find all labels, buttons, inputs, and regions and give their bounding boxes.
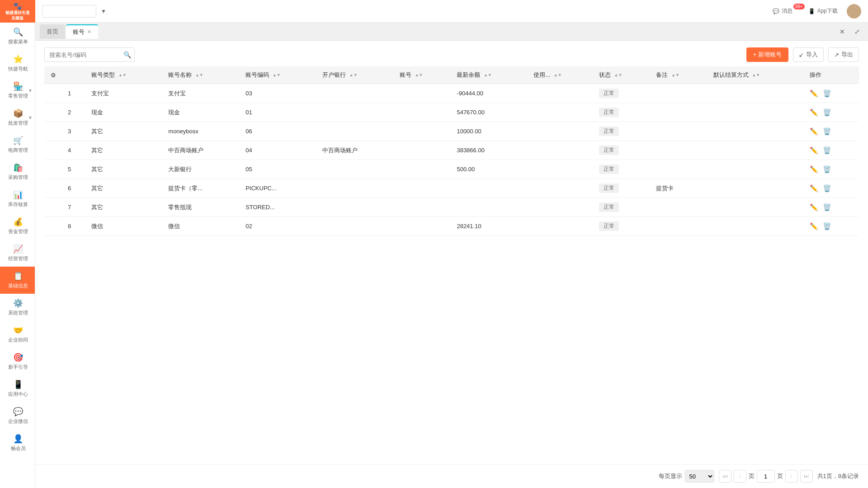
delete-icon[interactable]: 🗑️ (823, 222, 831, 230)
row-num: 7 (62, 198, 86, 217)
tab-close-icon[interactable]: ✕ (87, 29, 91, 35)
row-balance: -90444.00 (451, 84, 528, 103)
table-row: 6 其它 提货卡（零... PICKUPC... 正常 提货卡 ✏️ 🗑️ (44, 179, 859, 198)
edit-icon[interactable]: ✏️ (810, 203, 818, 211)
edit-icon[interactable]: ✏️ (810, 184, 818, 192)
sidebar-item-guide[interactable]: 🎯 新手引导 (0, 348, 35, 375)
row-name: 大新银行 (163, 160, 240, 179)
page-first-button[interactable]: ⏮ (719, 470, 731, 483)
gear-icon: ⚙️ (13, 298, 23, 308)
search-input[interactable] (44, 47, 135, 62)
row-balance: 383866.00 (451, 141, 528, 160)
header-search-input[interactable] (42, 5, 96, 18)
sidebar-item-agreement[interactable]: 🤝 企业协同 (0, 321, 35, 348)
row-bank (317, 122, 394, 141)
row-status: 正常 (594, 103, 651, 122)
delete-icon[interactable]: 🗑️ (823, 165, 831, 174)
tab-expand-button[interactable]: ⤢ (851, 25, 863, 38)
page-prev-button[interactable]: ‹ (734, 470, 746, 483)
th-default-settle[interactable]: 默认结算方式 ▲▼ (708, 66, 805, 84)
edit-icon[interactable]: ✏️ (810, 222, 818, 230)
row-settings (44, 198, 62, 217)
sidebar-item-wholesale[interactable]: 📦 批发管理 ▼ (0, 104, 35, 131)
sidebar-item-system[interactable]: ⚙️ 系统管理 (0, 294, 35, 321)
tab-home-label: 首页 (47, 28, 58, 36)
row-num: 4 (62, 141, 86, 160)
pagination: 每页显示 50 100 ⏮ ‹ 页 页 › ⏭ 共1页，8条记录 (35, 464, 868, 488)
sidebar-item-retail[interactable]: 🏪 零售管理 ▼ (0, 77, 35, 104)
delete-icon[interactable]: 🗑️ (823, 127, 831, 136)
sidebar-item-finance[interactable]: 💰 资金管理 (0, 212, 35, 239)
row-account (394, 122, 451, 141)
status-badge: 正常 (599, 108, 619, 117)
row-account (394, 160, 451, 179)
sidebar-item-purchase[interactable]: 🛍️ 采购管理 (0, 158, 35, 185)
th-name[interactable]: 账号名称 ▲▼ (163, 66, 240, 84)
row-name: 现金 (163, 103, 240, 122)
th-usage[interactable]: 使用... ▲▼ (528, 66, 594, 84)
row-balance: 10000.00 (451, 122, 528, 141)
edit-icon[interactable]: ✏️ (810, 108, 818, 117)
sidebar-item-quicknav[interactable]: ⭐ 快捷导航 (0, 50, 35, 77)
delete-icon[interactable]: 🗑️ (823, 146, 831, 155)
row-settings (44, 141, 62, 160)
delete-icon[interactable]: 🗑️ (823, 203, 831, 211)
edit-icon[interactable]: ✏️ (810, 146, 818, 155)
row-type: 现金 (86, 103, 163, 122)
th-status[interactable]: 状态 ▲▼ (594, 66, 651, 84)
sort-icon: ▲▼ (614, 73, 623, 77)
delete-icon[interactable]: 🗑️ (823, 89, 831, 98)
sidebar-item-label: 应用中心 (8, 391, 28, 398)
th-settings[interactable]: ⚙ (44, 66, 62, 84)
sidebar-item-appcenter[interactable]: 📱 应用中心 (0, 375, 35, 402)
row-num: 1 (62, 84, 86, 103)
tab-home[interactable]: 首页 (40, 24, 65, 39)
th-type[interactable]: 账号类型 ▲▼ (86, 66, 163, 84)
th-account[interactable]: 账号 ▲▼ (394, 66, 451, 84)
edit-icon[interactable]: ✏️ (810, 127, 818, 136)
main-area: ▼ 💬 消息 99+ 📱 App下载 首页 账号 ✕ ✕ ⤢ (35, 0, 868, 488)
add-account-button[interactable]: + 新增账号 (746, 47, 788, 62)
user-avatar[interactable] (847, 4, 861, 19)
th-balance[interactable]: 最新余额 ▲▼ (451, 66, 528, 84)
sidebar-item-operations[interactable]: 📈 经营管理 (0, 239, 35, 267)
page-size-select[interactable]: 50 100 (685, 470, 714, 483)
edit-icon[interactable]: ✏️ (810, 165, 818, 174)
row-balance: 500.00 (451, 160, 528, 179)
message-button[interactable]: 💬 消息 99+ (773, 7, 799, 15)
search-submit-button[interactable]: 🔍 (123, 51, 131, 58)
app-download-button[interactable]: 📱 App下载 (808, 7, 838, 15)
delete-icon[interactable]: 🗑️ (823, 108, 831, 117)
sidebar-item-inventory[interactable]: 📊 库存核算 (0, 185, 35, 212)
th-remark[interactable]: 备注 ▲▼ (651, 66, 708, 84)
row-code: 03 (240, 84, 317, 103)
row-default-settle (708, 103, 805, 122)
header-dropdown[interactable]: ▼ (101, 8, 106, 14)
sidebar-item-wechat[interactable]: 💬 企业微信 (0, 402, 35, 429)
mobile-icon: 📱 (13, 380, 23, 389)
row-account (394, 84, 451, 103)
toolbar: 🔍 + 新增账号 ↙ 导入 ↗ 导出 (35, 41, 868, 66)
page-next-button[interactable]: › (785, 470, 798, 483)
row-settings (44, 103, 62, 122)
sidebar-item-label: 搜索菜单 (8, 38, 28, 45)
sidebar-item-ecommerce[interactable]: 🛒 电商管理 (0, 131, 35, 158)
row-default-settle (708, 141, 805, 160)
edit-icon[interactable]: ✏️ (810, 89, 818, 98)
page-number-input[interactable] (757, 470, 775, 483)
sort-icon: ▲▼ (671, 73, 679, 77)
tab-close-all-button[interactable]: ✕ (836, 25, 849, 38)
sidebar-item-basic[interactable]: 📋 基础信息 (0, 267, 35, 294)
sidebar-item-search[interactable]: 🔍 搜索菜单 (0, 23, 35, 50)
import-button[interactable]: ↙ 导入 (793, 47, 824, 62)
delete-icon[interactable]: 🗑️ (823, 184, 831, 192)
th-code[interactable]: 账号编码 ▲▼ (240, 66, 317, 84)
tab-account[interactable]: 账号 ✕ (66, 24, 98, 39)
sidebar-item-member[interactable]: 👤 畅会员 (0, 429, 35, 456)
row-type: 其它 (86, 198, 163, 217)
th-bank[interactable]: 开户银行 ▲▼ (317, 66, 394, 84)
export-icon: ↗ (834, 52, 839, 58)
page-last-button[interactable]: ⏭ (800, 470, 813, 483)
row-actions: ✏️ 🗑️ (804, 84, 859, 103)
export-button[interactable]: ↗ 导出 (828, 47, 859, 62)
